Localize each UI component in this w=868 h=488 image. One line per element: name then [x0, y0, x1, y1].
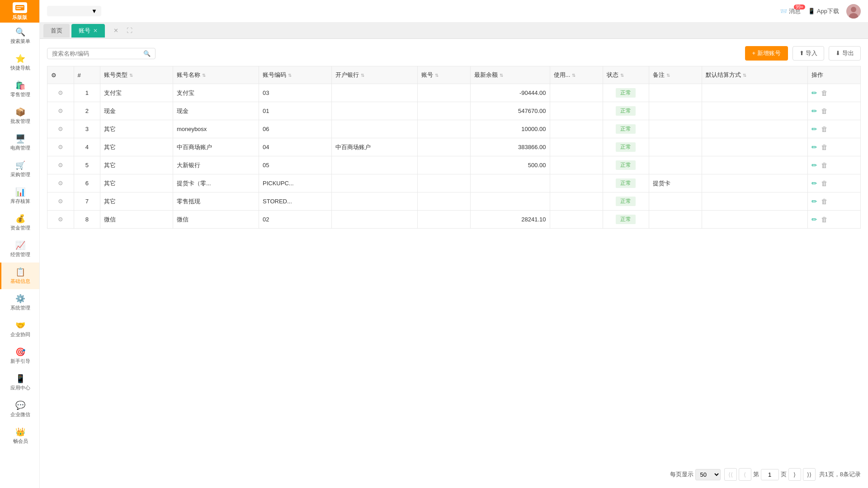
- row-gear-4[interactable]: ⚙: [47, 156, 74, 174]
- row-bank-4: [331, 156, 417, 174]
- page-size-selector[interactable]: 每页显示 50 20 100: [670, 469, 721, 480]
- edit-btn-2[interactable]: ✏: [811, 125, 817, 133]
- sidebar-item-app-center[interactable]: 📱 应用中心: [0, 369, 39, 396]
- header-search-input[interactable]: [51, 8, 91, 14]
- row-account-3: [418, 138, 471, 156]
- row-status-2: 正常: [603, 120, 649, 138]
- col-balance[interactable]: 最新余额⇅: [471, 66, 550, 84]
- last-page-button[interactable]: ⟩⟩: [803, 468, 816, 481]
- tab-home[interactable]: 首页: [43, 24, 70, 38]
- row-type-7: 微信: [100, 211, 173, 229]
- sidebar-item-purchase-manage[interactable]: 🛒 采购管理: [0, 156, 39, 183]
- operation-manage-label: 经营管理: [10, 251, 30, 258]
- row-gear-3[interactable]: ⚙: [47, 138, 74, 156]
- col-status[interactable]: 状态⇅: [603, 66, 649, 84]
- sidebar-item-enterprise-agreement[interactable]: 🤝 企业协同: [0, 316, 39, 343]
- row-remark-2: [649, 120, 702, 138]
- export-button[interactable]: ⬇ 导出: [829, 46, 861, 61]
- row-account-5: [418, 174, 471, 192]
- col-name[interactable]: 账号名称⇅: [173, 66, 259, 84]
- sidebar-item-fund-manage[interactable]: 💰 资金管理: [0, 209, 39, 236]
- expand-window-icon[interactable]: ⛶: [124, 25, 135, 36]
- col-account[interactable]: 账号⇅: [418, 66, 471, 84]
- sidebar-item-search-menu[interactable]: 🔍 搜索菜单: [0, 23, 39, 49]
- sidebar-item-retail-manage[interactable]: 🛍️ 零售管理: [0, 76, 39, 103]
- tab-account-close[interactable]: ✕: [93, 28, 98, 33]
- edit-btn-5[interactable]: ✏: [811, 179, 817, 188]
- row-default-settlement-5: [702, 174, 807, 192]
- user-avatar[interactable]: [846, 4, 861, 19]
- sidebar-item-enterprise-wechat[interactable]: 💬 企业微信: [0, 396, 39, 422]
- edit-btn-7[interactable]: ✏: [811, 216, 817, 224]
- row-name-4: 大新银行: [173, 156, 259, 174]
- delete-btn-7[interactable]: 🗑: [821, 216, 828, 223]
- edit-btn-4[interactable]: ✏: [811, 161, 817, 169]
- header-search[interactable]: ▼: [47, 6, 101, 16]
- col-bank[interactable]: 开户银行⇅: [331, 66, 417, 84]
- row-gear-2[interactable]: ⚙: [47, 120, 74, 138]
- delete-btn-6[interactable]: 🗑: [821, 197, 828, 205]
- row-status-0: 正常: [603, 84, 649, 102]
- row-gear-7[interactable]: ⚙: [47, 211, 74, 229]
- row-gear-6[interactable]: ⚙: [47, 192, 74, 211]
- add-account-button[interactable]: + 新增账号: [745, 46, 788, 61]
- tab-account-label: 账号: [79, 27, 90, 35]
- row-remark-3: [649, 138, 702, 156]
- account-search-wrap[interactable]: 🔍: [47, 48, 156, 59]
- edit-btn-3[interactable]: ✏: [811, 143, 817, 151]
- inventory-calc-label: 库存核算: [10, 198, 30, 205]
- delete-btn-5[interactable]: 🗑: [821, 179, 828, 187]
- sidebar-item-wholesale-manage[interactable]: 📦 批发管理: [0, 103, 39, 129]
- tab-account[interactable]: 账号✕: [71, 24, 105, 38]
- retail-manage-icon: 🛍️: [15, 80, 25, 90]
- account-search-input[interactable]: [52, 50, 143, 57]
- sidebar-item-ecommerce-manage[interactable]: 🖥️ 电商管理: [0, 129, 39, 156]
- delete-btn-1[interactable]: 🗑: [821, 107, 828, 115]
- delete-btn-3[interactable]: 🗑: [821, 143, 828, 151]
- wholesale-manage-label: 批发管理: [10, 118, 30, 125]
- row-usage-3: [550, 138, 603, 156]
- row-name-6: 零售抵现: [173, 192, 259, 211]
- header-search-icon: ▼: [91, 8, 97, 14]
- svg-point-4: [851, 7, 856, 12]
- app-download-button[interactable]: 📱 App下载: [808, 7, 839, 15]
- row-type-6: 其它: [100, 192, 173, 211]
- first-page-button[interactable]: ⟨⟨: [724, 468, 737, 481]
- col-gear[interactable]: ⚙: [47, 66, 74, 84]
- row-num-7: 8: [74, 211, 100, 229]
- sidebar-item-vip-member[interactable]: 👑 畅会员: [0, 422, 39, 449]
- col-type[interactable]: 账号类型⇅: [100, 66, 173, 84]
- row-usage-6: [550, 192, 603, 211]
- message-button[interactable]: 📨 消息 99+: [780, 7, 801, 15]
- col-default-settlement[interactable]: 默认结算方式⇅: [702, 66, 807, 84]
- row-gear-0[interactable]: ⚙: [47, 84, 74, 102]
- edit-btn-0[interactable]: ✏: [811, 89, 817, 97]
- delete-btn-4[interactable]: 🗑: [821, 161, 828, 169]
- message-badge: 99+: [794, 5, 805, 9]
- sidebar-item-inventory-calc[interactable]: 📊 库存核算: [0, 183, 39, 209]
- page-size-select[interactable]: 50 20 100: [695, 469, 721, 480]
- prev-page-button[interactable]: ⟨: [739, 468, 751, 481]
- row-balance-2: 10000.00: [471, 120, 550, 138]
- sidebar-item-system-manage[interactable]: ⚙️ 系统管理: [0, 289, 39, 316]
- col-usage[interactable]: 使用...⇅: [550, 66, 603, 84]
- sidebar-item-beginner-guide[interactable]: 🎯 新手引导: [0, 343, 39, 369]
- sidebar-item-basic-info[interactable]: 📋 基础信息: [0, 263, 39, 289]
- import-button[interactable]: ⬆ 导入: [793, 46, 825, 61]
- delete-btn-2[interactable]: 🗑: [821, 125, 828, 133]
- svg-rect-1: [16, 6, 24, 7]
- next-page-button[interactable]: ⟩: [788, 468, 801, 481]
- edit-btn-1[interactable]: ✏: [811, 107, 817, 115]
- page-input[interactable]: [761, 469, 779, 480]
- edit-btn-6[interactable]: ✏: [811, 197, 817, 206]
- col-code[interactable]: 账号编码⇅: [259, 66, 332, 84]
- delete-btn-0[interactable]: 🗑: [821, 89, 828, 97]
- col-remark[interactable]: 备注⇅: [649, 66, 702, 84]
- sidebar-item-operation-manage[interactable]: 📈 经营管理: [0, 236, 39, 263]
- close-window-icon[interactable]: ✕: [110, 25, 121, 36]
- row-code-7: 02: [259, 211, 332, 229]
- row-gear-1[interactable]: ⚙: [47, 102, 74, 120]
- row-code-1: 01: [259, 102, 332, 120]
- sidebar-item-quick-nav[interactable]: ⭐ 快捷导航: [0, 49, 39, 76]
- row-gear-5[interactable]: ⚙: [47, 174, 74, 192]
